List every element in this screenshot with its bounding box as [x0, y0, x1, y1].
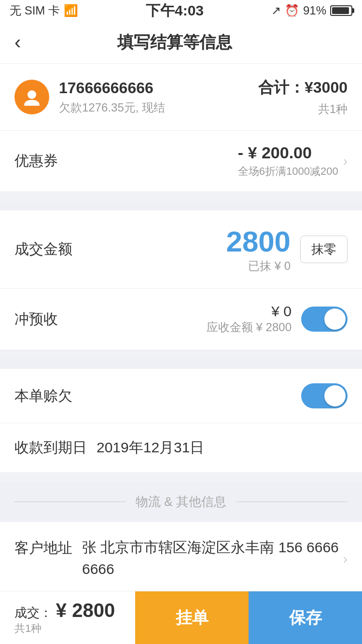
- deal-amount-row: 成交金额 2800 已抹 ¥ 0 抹零: [0, 210, 362, 289]
- customer-sub-info: 欠款1276.35元, 现结: [59, 100, 258, 115]
- deal-amount-sub: 已抹 ¥ 0: [226, 258, 291, 274]
- address-chevron-icon: ›: [343, 549, 348, 567]
- total-amount: 合计：¥3000: [258, 77, 348, 98]
- prepayment-row: 冲预收 ¥ 0 应收金额 ¥ 2800: [0, 289, 362, 350]
- avatar-icon: [22, 87, 42, 107]
- no-sim-text: 无 SIM 卡: [10, 3, 60, 18]
- customer-info: 17666666666 欠款1276.35元, 现结: [59, 79, 258, 115]
- round-zero-button[interactable]: 抹零: [300, 236, 348, 263]
- divider-2: [0, 359, 362, 369]
- battery-percent: 91%: [303, 4, 326, 17]
- due-date-label: 收款到期日: [14, 438, 87, 458]
- bottom-label-row: 成交： ¥ 2800: [14, 600, 121, 621]
- total-count: 共1种: [258, 101, 348, 117]
- deal-amount-right: 2800 已抹 ¥ 0: [226, 225, 291, 274]
- customer-total: 合计：¥3000 共1种: [258, 77, 348, 117]
- prepayment-sub: 应收金额 ¥ 2800: [207, 320, 292, 335]
- deal-amount-value-area: 2800 已抹 ¥ 0 抹零: [82, 225, 348, 274]
- address-section: 客户地址 张 北京市市辖区海淀区永丰南 156 6666 6666 ›: [0, 522, 362, 595]
- status-time: 下午4:03: [146, 1, 204, 21]
- hold-button[interactable]: 挂单: [135, 591, 249, 644]
- address-row[interactable]: 客户地址 张 北京市市辖区海淀区永丰南 156 6666 6666 ›: [0, 522, 362, 595]
- coupon-right: - ¥ 200.00 全场6折满1000减200 ›: [238, 143, 348, 179]
- customer-phone: 17666666666: [59, 79, 258, 97]
- alarm-icon: ⏰: [285, 4, 299, 17]
- customer-row: 17666666666 欠款1276.35元, 现结 合计：¥3000 共1种: [0, 64, 362, 130]
- bottom-summary: 成交： ¥ 2800 共1种: [0, 600, 135, 636]
- debt-toggle[interactable]: [301, 383, 348, 408]
- status-left: 无 SIM 卡 📶: [10, 3, 78, 18]
- location-icon: ↗: [271, 4, 281, 17]
- battery-icon: [330, 5, 352, 16]
- prepayment-toggle[interactable]: [301, 307, 348, 332]
- save-button[interactable]: 保存: [249, 591, 362, 644]
- coupon-info: - ¥ 200.00 全场6折满1000减200: [238, 143, 338, 179]
- status-right: ↗ ⏰ 91%: [271, 4, 352, 17]
- address-value: 张 北京市市辖区海淀区永丰南 156 6666 6666: [82, 536, 343, 580]
- nav-bar: ‹ 填写结算等信息: [0, 21, 362, 64]
- deal-amount-label: 成交金额: [14, 239, 82, 259]
- avatar: [14, 80, 49, 114]
- svg-point-0: [28, 90, 36, 99]
- prepayment-toggle-knob: [324, 308, 346, 330]
- prepayment-amount-area: ¥ 0 应收金额 ¥ 2800: [207, 303, 292, 335]
- due-date-value: 2019年12月31日: [97, 438, 204, 458]
- logistics-line-left: [14, 502, 126, 502]
- debt-row: 本单赊欠: [0, 369, 362, 423]
- address-label: 客户地址: [14, 536, 82, 558]
- coupon-amount: - ¥ 200.00: [238, 143, 338, 162]
- bottom-bar: 成交： ¥ 2800 共1种 挂单 保存: [0, 591, 362, 644]
- coupon-chevron-icon: ›: [343, 154, 348, 169]
- bottom-summary-label: 成交：: [14, 605, 52, 620]
- status-bar: 无 SIM 卡 📶 下午4:03 ↗ ⏰ 91%: [0, 0, 362, 21]
- deal-amount-number[interactable]: 2800: [226, 225, 291, 258]
- due-date-row: 收款到期日 2019年12月31日: [0, 423, 362, 472]
- logistics-separator: 物流 & 其他信息: [0, 482, 362, 522]
- prepayment-amount: ¥ 0: [207, 303, 292, 320]
- deal-section: 成交金额 2800 已抹 ¥ 0 抹零 冲预收 ¥ 0 应收金额 ¥ 2800: [0, 210, 362, 350]
- page-title: 填写结算等信息: [30, 31, 319, 54]
- divider-1: [0, 201, 362, 210]
- debt-label: 本单赊欠: [14, 386, 301, 406]
- coupon-row[interactable]: 优惠券 - ¥ 200.00 全场6折满1000减200 ›: [0, 130, 362, 191]
- bottom-actions: 挂单 保存: [135, 591, 362, 644]
- bottom-summary-amount: ¥ 2800: [56, 600, 115, 621]
- debt-section: 本单赊欠 收款到期日 2019年12月31日: [0, 369, 362, 472]
- wifi-icon: 📶: [64, 4, 78, 17]
- prepayment-label: 冲预收: [14, 309, 82, 329]
- coupon-label: 优惠券: [14, 151, 58, 171]
- logistics-line-right: [236, 502, 348, 502]
- debt-toggle-knob: [324, 385, 346, 406]
- logistics-text: 物流 & 其他信息: [136, 493, 226, 510]
- bottom-count: 共1种: [14, 621, 121, 636]
- customer-section: 17666666666 欠款1276.35元, 现结 合计：¥3000 共1种 …: [0, 64, 362, 191]
- back-button[interactable]: ‹: [14, 31, 21, 53]
- coupon-detail: 全场6折满1000减200: [238, 164, 338, 179]
